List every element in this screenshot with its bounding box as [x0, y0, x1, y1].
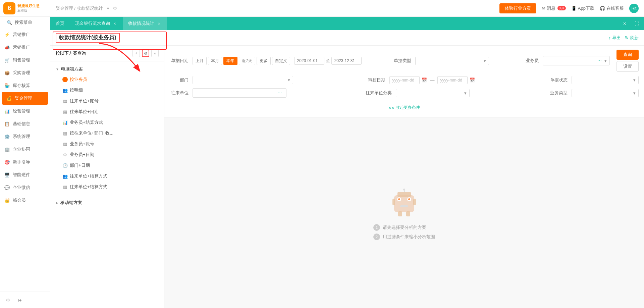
- doc-status-select[interactable]: ▾: [572, 76, 639, 84]
- counterparty-category-select[interactable]: ▾: [396, 89, 470, 97]
- calendar-to-icon[interactable]: 📅: [470, 78, 475, 83]
- tree-item-by-detail[interactable]: 👥 按明细: [50, 85, 164, 96]
- date-from-input[interactable]: 2023-01-01: [294, 57, 324, 65]
- sidebar-item-quick-nav[interactable]: ⚡ 营销推广: [0, 28, 50, 41]
- bar-icon: 📊: [62, 120, 68, 125]
- review-date-to[interactable]: yyyy-mm-dd: [437, 76, 468, 84]
- tab-expand-btn[interactable]: ⛶: [632, 19, 641, 28]
- tree-item-dept-date[interactable]: 🕐 部门+日期: [50, 160, 164, 171]
- chevron-down-icon: ▾: [288, 78, 290, 83]
- svg-rect-11: [398, 211, 402, 216]
- sidebar-item-inventory[interactable]: 🏪 库存核算: [0, 79, 50, 92]
- chevron-down-icon: ▾: [464, 91, 467, 96]
- tab-close-bank[interactable]: ✕: [112, 21, 117, 26]
- tab-close-all-btn[interactable]: ✕: [620, 19, 629, 28]
- biz-type-select[interactable]: ▾: [572, 89, 639, 97]
- collapse-panel-btn[interactable]: «: [151, 50, 159, 57]
- refresh-icon: ↻: [625, 35, 629, 40]
- add-scheme-btn[interactable]: +: [132, 50, 140, 57]
- svg-rect-0: [394, 195, 414, 212]
- scheme-settings-btn[interactable]: ⚙: [142, 50, 149, 57]
- sidebar-settings-btn[interactable]: ⚙: [3, 295, 13, 305]
- date-btn-custom[interactable]: 自定义: [272, 57, 290, 65]
- svg-rect-1: [397, 192, 411, 197]
- tree-item-unit-dept[interactable]: ▦ 按往来单位+部门+收...: [50, 128, 164, 139]
- tree-item-by-salesperson[interactable]: 按业务员: [50, 74, 164, 85]
- sidebar-collapse-btn[interactable]: ⏭: [15, 295, 25, 305]
- review-date-from[interactable]: yyyy-mm-dd: [389, 76, 420, 84]
- tree-item-unit-account[interactable]: ▦ 往来单位+账号: [50, 96, 164, 106]
- biz-type-label: 业务类型: [549, 90, 568, 96]
- tab-close-receipt[interactable]: ✕: [156, 21, 162, 26]
- counterparty-category-label: 往来单位分类: [366, 90, 392, 96]
- more-options-btn[interactable]: ···: [597, 58, 602, 64]
- review-date-label: 审核日期: [367, 77, 385, 83]
- chevron-right-icon: ▶: [56, 201, 58, 205]
- tab-home[interactable]: 首页: [50, 17, 70, 30]
- sidebar-bottom: ⚙ ⏭: [0, 292, 50, 308]
- breadcrumb: 资金管理 / 收款情况统计: [56, 5, 103, 11]
- table3-icon: ▦: [62, 131, 68, 136]
- tree-parent-desktop[interactable]: ▼ 电脑端方案: [50, 64, 164, 74]
- sidebar-item-basic[interactable]: 📋 基础信息: [0, 117, 50, 130]
- empty-tip-2: 2 用过滤条件来缩小分析范围: [373, 234, 435, 240]
- empty-tips: 1 请先选择要分析的方案 2 用过滤条件来缩小分析范围: [373, 224, 435, 240]
- top-header-left: 资金管理 / 收款情况统计 ▾ ⚙: [56, 5, 117, 11]
- tab-receipt[interactable]: 收款情况统计 ✕: [123, 17, 167, 30]
- sidebar-item-purchase[interactable]: 📦 采购管理: [0, 66, 50, 79]
- tree-item-salesperson-account[interactable]: ▦ 业务员+账号: [50, 139, 164, 149]
- trial-button[interactable]: 体验行业方案: [499, 3, 536, 13]
- tab-bank[interactable]: 现金银行流水查询 ✕: [70, 17, 123, 30]
- sidebar: 6 畅捷通好生意 标准版 🔍 搜索菜单 ⚡ 营销推广 📣 营销推广 🛒 销售管理…: [0, 0, 50, 308]
- empty-illustration: [387, 185, 421, 219]
- collapse-filter-btn[interactable]: ∧∧ 收起更多条件: [170, 102, 639, 113]
- sidebar-item-hardware[interactable]: 🖥️ 智能硬件: [0, 168, 50, 181]
- date-btn-more[interactable]: 更多: [257, 57, 271, 65]
- search-menu-item[interactable]: 🔍 搜索菜单: [0, 17, 50, 28]
- date-btn-this-year[interactable]: 本年: [223, 57, 237, 65]
- counterparty-select[interactable]: ···: [193, 88, 286, 98]
- sidebar-item-member[interactable]: 👑 畅会员: [0, 194, 50, 207]
- page-header-actions: ↑ 导出 ↻ 刷新: [609, 35, 639, 41]
- calendar-from-icon[interactable]: 📅: [422, 78, 427, 83]
- download-icon: 📱: [571, 6, 577, 11]
- sidebar-item-operation[interactable]: 📊 经营管理: [0, 105, 50, 117]
- sidebar-item-wechat[interactable]: 💬 企业微信: [0, 181, 50, 194]
- tree-item-salesperson-settle[interactable]: 📊 业务员+结算方式: [50, 117, 164, 128]
- sidebar-item-sales[interactable]: 🛒 销售管理: [0, 54, 50, 66]
- doc-type-select[interactable]: ▾: [415, 57, 489, 65]
- app-logo-text: 畅捷通好生意 标准版: [17, 3, 40, 13]
- tree-parent-mobile[interactable]: ▶ 移动端方案: [50, 198, 164, 208]
- message-btn[interactable]: ✉ 消息 99+: [542, 5, 566, 11]
- tree-item-salesperson-date[interactable]: ⚙ 业务员+日期: [50, 149, 164, 160]
- dept-select[interactable]: ▾: [193, 76, 293, 84]
- salesperson-select[interactable]: ··· ▾: [543, 56, 610, 65]
- tree-item-unit-settle1[interactable]: 👥 往来单位+结算方式: [50, 171, 164, 182]
- date-btn-this-month[interactable]: 本月: [208, 57, 222, 65]
- tree-item-unit-settle2[interactable]: ▦ 往来单位+结算方式: [50, 182, 164, 192]
- sidebar-item-capital[interactable]: 💰 资金管理: [2, 92, 48, 105]
- query-button[interactable]: 查询: [616, 50, 639, 60]
- counterparty-more-btn[interactable]: ···: [278, 90, 282, 96]
- svg-point-7: [408, 198, 410, 200]
- sidebar-item-enterprise[interactable]: 🏢 企业协同: [0, 143, 50, 156]
- settings-button[interactable]: 设置: [616, 61, 639, 72]
- refresh-button[interactable]: ↻ 刷新: [625, 35, 639, 41]
- chevron-down-icon: ▾: [484, 58, 486, 63]
- online-service-btn[interactable]: 🎧 在线客服: [600, 5, 624, 11]
- top-header: 资金管理 / 收款情况统计 ▾ ⚙ 体验行业方案 ✉ 消息 99+ 📱 App下…: [50, 0, 644, 17]
- date-to-input[interactable]: 2023-12-31: [331, 57, 362, 65]
- money-icon: 💰: [6, 95, 12, 101]
- sidebar-item-system[interactable]: ⚙️ 系统管理: [0, 130, 50, 143]
- date-btn-last-month[interactable]: 上月: [193, 57, 207, 65]
- user-avatar[interactable]: Rit: [629, 4, 639, 13]
- sidebar-item-marketing[interactable]: 📣 营销推广: [0, 41, 50, 54]
- tree-item-unit-date[interactable]: ▦ 往来单位+日期: [50, 106, 164, 117]
- app-download-btn[interactable]: 📱 App下载: [571, 5, 594, 11]
- date-btn-7days[interactable]: 近7天: [239, 57, 255, 65]
- gear-icon[interactable]: ⚙: [113, 6, 117, 11]
- sidebar-item-guide[interactable]: 🎯 新手引导: [0, 156, 50, 168]
- svg-rect-10: [413, 199, 416, 205]
- export-button[interactable]: ↑ 导出: [609, 35, 621, 41]
- chevron-down-icon: ▾: [633, 78, 636, 83]
